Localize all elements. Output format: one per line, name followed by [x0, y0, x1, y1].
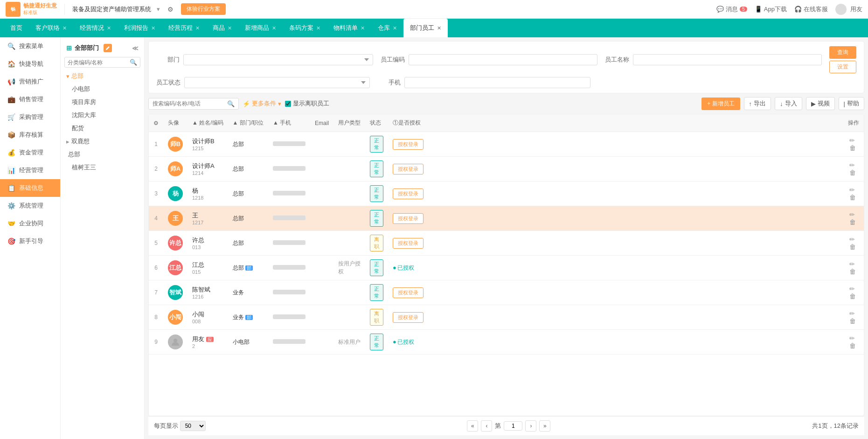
search-icon[interactable]: 🔍	[227, 100, 235, 107]
app-download-btn[interactable]: 📱 App下载	[755, 5, 787, 14]
tab-warehouse-close[interactable]: ✕	[393, 25, 397, 31]
show-resign-checkbox[interactable]	[285, 101, 291, 107]
th-name-code[interactable]: ▲ 姓名/编码	[187, 114, 228, 132]
tree-child-small-electric[interactable]: 小电部	[61, 83, 144, 96]
edit-btn[interactable]: ✏	[849, 310, 855, 317]
export-button[interactable]: ↑ 导出	[744, 97, 771, 110]
delete-btn[interactable]: 🗑	[849, 243, 856, 251]
tab-dept-staff-close[interactable]: ✕	[437, 25, 441, 31]
gear-icon[interactable]: ⚙	[167, 6, 174, 13]
tab-history[interactable]: 经营历程 ✕	[162, 19, 206, 37]
reset-button[interactable]: 设置	[829, 61, 856, 73]
tree-child-project-store[interactable]: 项目库房	[61, 96, 144, 109]
tree-edit-icon[interactable]	[104, 44, 112, 52]
sidebar-item-marketing[interactable]: 📢 营销推广	[0, 73, 60, 91]
online-service-btn[interactable]: 🎧 在线客服	[794, 5, 828, 14]
delete-btn[interactable]: 🗑	[849, 342, 856, 349]
per-page-select[interactable]: 50 100	[180, 421, 206, 431]
tab-new-goods[interactable]: 新增商品 ✕	[238, 19, 283, 37]
sidebar-item-guide[interactable]: 🎯 新手引导	[0, 232, 60, 250]
filter-emp-code-input[interactable]	[409, 54, 597, 65]
sidebar-item-purchase[interactable]: 🛒 采购管理	[0, 108, 60, 126]
edit-btn[interactable]: ✏	[849, 186, 855, 194]
delete-btn[interactable]: 🗑	[849, 169, 856, 176]
edit-btn[interactable]: ✏	[849, 334, 855, 342]
auth-btn[interactable]: 授权登录	[393, 287, 424, 298]
tab-warehouse[interactable]: 仓库 ✕	[371, 19, 403, 37]
next-page-btn[interactable]: ›	[525, 420, 536, 432]
auth-btn[interactable]: 授权登录	[393, 238, 424, 249]
auth-btn[interactable]: 授权登录	[393, 164, 424, 174]
filter-emp-status-select[interactable]	[184, 77, 370, 88]
th-dept-position[interactable]: ▲ 部门/职位	[228, 114, 269, 132]
sidebar-item-operation[interactable]: 📊 经营管理	[0, 161, 60, 179]
tab-bom-close[interactable]: ✕	[361, 25, 365, 31]
page-number-input[interactable]	[504, 421, 522, 431]
delete-btn[interactable]: 🗑	[849, 144, 856, 152]
auth-btn[interactable]: 授权登录	[393, 139, 424, 150]
sidebar-item-search[interactable]: 🔍 搜索菜单	[0, 37, 60, 55]
delete-btn[interactable]: 🗑	[849, 218, 856, 226]
th-phone[interactable]: ▲ 手机	[268, 114, 310, 132]
tree-node-shuanglu[interactable]: ▸ 双鹿想	[61, 135, 144, 148]
user-avatar[interactable]: 用友	[835, 4, 862, 15]
tree-collapse-btn[interactable]: ≪	[132, 45, 139, 52]
auth-btn[interactable]: 授权登录	[393, 312, 424, 323]
more-filter-btn[interactable]: ⚡ 更多条件 ▾	[243, 99, 281, 108]
tree-node-zongbu2[interactable]: 总部	[61, 148, 144, 161]
video-button[interactable]: ▶ 视频	[806, 97, 835, 110]
edit-btn[interactable]: ✏	[849, 211, 855, 218]
tab-goods-close[interactable]: ✕	[228, 25, 232, 31]
tab-business[interactable]: 经营情况 ✕	[73, 19, 118, 37]
tab-home[interactable]: 首页	[4, 19, 29, 37]
edit-btn[interactable]: ✏	[849, 161, 855, 169]
sidebar-item-finance[interactable]: 💰 资金管理	[0, 144, 60, 161]
delete-btn[interactable]: 🗑	[849, 317, 856, 325]
delete-btn[interactable]: 🗑	[849, 194, 856, 201]
tab-barcode-close[interactable]: ✕	[316, 25, 320, 31]
tab-bom[interactable]: 物料清单 ✕	[327, 19, 371, 37]
tab-dept-staff[interactable]: 部门员工 ✕	[403, 19, 448, 37]
filter-phone-input[interactable]	[404, 77, 591, 88]
auth-btn[interactable]: 授权登录	[393, 188, 424, 199]
prev-page-btn[interactable]: ‹	[481, 420, 492, 432]
edit-btn[interactable]: ✏	[849, 285, 855, 293]
tab-customer[interactable]: 客户联络 ✕	[29, 19, 73, 37]
tab-barcode[interactable]: 条码方案 ✕	[283, 19, 327, 37]
tree-child-zhishu[interactable]: 植树王三	[61, 161, 144, 174]
tab-goods[interactable]: 商品 ✕	[206, 19, 238, 37]
sidebar-item-collab[interactable]: 🤝 企业协同	[0, 215, 60, 232]
help-button[interactable]: | 帮助	[839, 97, 864, 110]
show-resign-toggle[interactable]: 显示离职员工	[285, 99, 329, 108]
edit-btn[interactable]: ✏	[849, 236, 855, 243]
tree-child-delivery[interactable]: 配货	[61, 122, 144, 135]
tab-profit[interactable]: 利润报告 ✕	[118, 19, 162, 37]
tab-history-close[interactable]: ✕	[195, 25, 200, 31]
last-page-btn[interactable]: »	[539, 420, 550, 432]
tab-new-goods-close[interactable]: ✕	[272, 25, 276, 31]
import-button[interactable]: ↓ 导入	[775, 97, 802, 110]
add-employee-button[interactable]: + 新增员工	[701, 98, 740, 110]
edit-btn[interactable]: ✏	[849, 137, 855, 144]
tab-customer-close[interactable]: ✕	[62, 25, 67, 31]
filter-dept-select[interactable]	[183, 54, 373, 65]
search-input[interactable]	[153, 100, 227, 107]
edit-btn[interactable]: ✏	[849, 260, 855, 268]
tab-business-close[interactable]: ✕	[107, 25, 111, 31]
tree-node-zongbu-root[interactable]: ▾ 总部	[61, 70, 144, 83]
tree-search-input[interactable]	[68, 59, 130, 66]
sidebar-item-sales[interactable]: 💼 销售管理	[0, 91, 60, 108]
filter-emp-name-input[interactable]	[633, 54, 822, 65]
query-button[interactable]: 查询	[829, 46, 856, 59]
delete-btn[interactable]: 🗑	[849, 293, 856, 300]
tab-profit-close[interactable]: ✕	[151, 25, 155, 31]
trial-button[interactable]: 体验行业方案	[181, 3, 226, 15]
dropdown-icon[interactable]: ▾	[157, 6, 160, 13]
delete-btn[interactable]: 🗑	[849, 268, 856, 275]
sidebar-item-basic[interactable]: 📋 基础信息	[0, 179, 60, 197]
tree-search-box[interactable]: 🔍	[64, 57, 140, 68]
sidebar-item-nav[interactable]: 🏠 快捷导航	[0, 55, 60, 73]
sidebar-item-inventory[interactable]: 📦 库存核算	[0, 126, 60, 144]
th-settings[interactable]: ⚙	[149, 114, 163, 132]
first-page-btn[interactable]: «	[467, 420, 478, 432]
